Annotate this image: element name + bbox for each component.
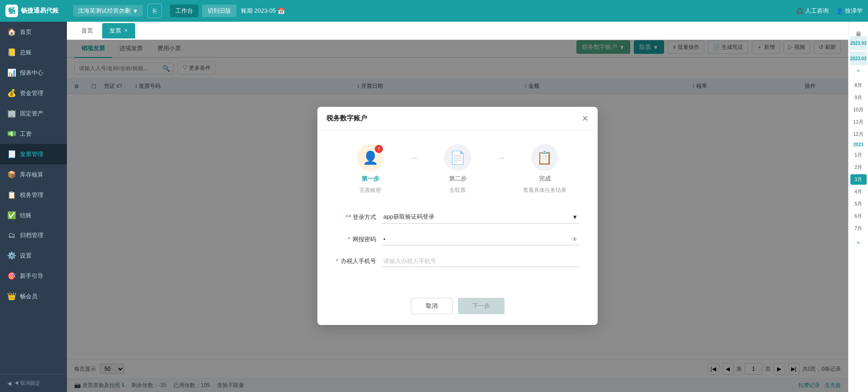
content-area: 首页 发票 ✕ 销项发票 进项发票 费用小票 — [67, 22, 848, 392]
step-1-icon: 👤 ! — [357, 144, 384, 171]
modal-title: 税务数字账户 — [326, 114, 367, 123]
month-7[interactable]: 7月 — [850, 223, 867, 234]
password-wrapper: 👁 — [382, 234, 580, 245]
password-input[interactable] — [382, 234, 570, 245]
month-5[interactable]: 5月 — [850, 199, 867, 209]
sidebar-item-invoice[interactable]: 🧾 发票管理 — [0, 144, 67, 164]
month-6[interactable]: 6月 — [850, 211, 867, 221]
step-3-label: 完成 — [539, 175, 551, 183]
step-3: 📋 完成 查看具体任务结果 — [509, 144, 580, 194]
year-2023: 2023 — [849, 141, 868, 148]
headset-icon: 🎧 — [796, 8, 803, 14]
workbench-button[interactable]: 工作台 — [170, 5, 198, 17]
sidebar-label-capital: 资金管理 — [20, 89, 43, 97]
company-dropdown-icon: ▼ — [132, 8, 138, 14]
guide-icon: 🎯 — [7, 272, 16, 280]
sidebar-item-settings[interactable]: ⚙️ 设置 — [0, 245, 67, 266]
sidebar-label-settle: 结账 — [20, 211, 32, 220]
month-3[interactable]: 3月 — [850, 174, 867, 185]
month-1[interactable]: 1月 — [850, 150, 867, 160]
eye-icon[interactable]: 👁 — [570, 236, 580, 243]
step-2-desc: 去取票 — [449, 186, 466, 194]
step-3-icon: 📋 — [531, 144, 558, 171]
switch-version-button[interactable]: 切到旧版 — [202, 5, 236, 17]
collapse-label: ◀ 取消固定 — [14, 380, 40, 387]
modal-close-button[interactable]: ✕ — [582, 115, 589, 123]
month-8[interactable]: 8月 — [850, 80, 867, 91]
tab-invoice[interactable]: 发票 ✕ — [102, 23, 135, 38]
step-1-desc: 完善账密 — [359, 186, 381, 194]
modal-body: 👤 ! 第一步 完善账密 → 📄 — [317, 130, 598, 291]
step-2-icon-glyph: 📄 — [450, 150, 466, 165]
user-link[interactable]: 👤 徐泽华 — [836, 7, 863, 15]
period-select-label: 期间选择 — [855, 25, 862, 34]
scroll-up-icon[interactable]: ⌃ — [849, 67, 868, 78]
sidebar-label-invoice: 发票管理 — [20, 150, 43, 158]
sidebar-item-vip[interactable]: 👑 畅会员 — [0, 286, 67, 306]
form-row-phone: * 办税人手机号 — [335, 255, 580, 267]
tab-home[interactable]: 首页 — [74, 23, 100, 38]
password-label: * 网报密码 — [335, 235, 376, 244]
right-panel: 期间选择 2023.03 2023.03 ⌃ 8月 9月 10月 11月 12月… — [848, 22, 868, 392]
sidebar-item-home[interactable]: 🏠 首页 — [0, 22, 67, 42]
month-9[interactable]: 9月 — [850, 92, 867, 103]
tab-invoice-close[interactable]: ✕ — [124, 28, 128, 33]
step-1-icon-glyph: 👤 — [363, 150, 378, 165]
month-10[interactable]: 10月 — [850, 105, 867, 115]
sidebar-label-fixed: 固定资产 — [20, 110, 43, 118]
calendar-icon: 📅 — [278, 8, 285, 14]
sidebar-label-vip: 畅会员 — [20, 292, 38, 301]
form-row-password: * 网报密码 👁 — [335, 234, 580, 245]
month-11[interactable]: 11月 — [850, 117, 867, 127]
modal-footer: 取消 下一步 — [317, 291, 598, 325]
login-method-select[interactable]: app获取验证码登录 ▼ — [382, 210, 580, 224]
page-content: 销项发票 进项发票 费用小票 税务数字账户 ▼ 取票 ▼ — [67, 40, 848, 392]
login-method-dropdown-icon: ▼ — [572, 214, 578, 220]
support-link[interactable]: 🎧 人工咨询 — [796, 7, 829, 15]
topbar-right: 🎧 人工咨询 👤 徐泽华 — [796, 7, 863, 15]
phone-label: * 办税人手机号 — [335, 257, 376, 265]
topbar: 畅 畅捷通易代账 沈海英测试经营勿删 ▼ ⎘ 工作台 切到旧版 账期 2023-… — [0, 0, 868, 22]
month-4[interactable]: 4月 — [850, 186, 867, 197]
modal-overlay: 税务数字账户 ✕ 👤 ! — [67, 40, 848, 392]
sidebar-item-settle[interactable]: ✅ 结账 — [0, 205, 67, 225]
sidebar-item-payroll[interactable]: 💵 工资 — [0, 124, 67, 144]
next-button[interactable]: 下一步 — [458, 298, 505, 314]
report-icon: 📊 — [7, 68, 16, 77]
company-name: 沈海英测试经营勿删 — [78, 7, 131, 15]
payroll-icon: 💵 — [7, 129, 16, 138]
sidebar-item-fixed[interactable]: 🏢 固定资产 — [0, 103, 67, 124]
fixed-icon: 🏢 — [7, 109, 16, 118]
login-method-value: app获取验证码登录 — [383, 213, 434, 221]
period-end[interactable]: 2023.03 — [850, 52, 867, 65]
capital-icon: 💰 — [7, 89, 16, 97]
sidebar-item-archive[interactable]: 🗂 归档管理 — [0, 225, 67, 245]
step-2-label: 第二步 — [449, 175, 467, 183]
user-name: 徐泽华 — [845, 7, 863, 15]
login-method-label: * * 登录方式 — [335, 213, 376, 221]
step-arrow-1: → — [406, 152, 423, 164]
period-start[interactable]: 2023.03 — [850, 36, 867, 50]
sidebar-item-report[interactable]: 📊 报表中心 — [0, 62, 67, 83]
sidebar-label-inventory: 库存核算 — [20, 171, 43, 179]
company-selector[interactable]: 沈海英测试经营勿删 ▼ — [73, 5, 143, 17]
tax-icon: 📋 — [7, 191, 16, 199]
sidebar-item-capital[interactable]: 💰 资金管理 — [0, 83, 67, 103]
copy-icon-btn[interactable]: ⎘ — [147, 4, 162, 18]
sidebar-item-tax[interactable]: 📋 税务管理 — [0, 185, 67, 205]
step-2: 📄 第二步 去取票 — [423, 144, 493, 194]
cancel-button[interactable]: 取消 — [411, 298, 453, 314]
sidebar-item-ledger[interactable]: 📒 总账 — [0, 42, 67, 62]
modal-tax-digital: 税务数字账户 ✕ 👤 ! — [317, 107, 598, 325]
scroll-down-icon[interactable]: ⌄ — [849, 235, 868, 247]
month-2[interactable]: 2月 — [850, 162, 867, 172]
sidebar-collapse-button[interactable]: ◀ ◀ 取消固定 — [0, 374, 67, 392]
sidebar-item-inventory[interactable]: 📦 库存核算 — [0, 164, 67, 185]
step-3-desc: 查看具体任务结果 — [523, 186, 566, 194]
sidebar-label-payroll: 工资 — [20, 130, 32, 138]
month-12[interactable]: 12月 — [850, 129, 867, 139]
sidebar-label-ledger: 总账 — [20, 48, 32, 57]
phone-input[interactable] — [382, 255, 580, 267]
sidebar-item-guide[interactable]: 🎯 新手引导 — [0, 266, 67, 286]
invoice-icon: 🧾 — [7, 150, 16, 158]
